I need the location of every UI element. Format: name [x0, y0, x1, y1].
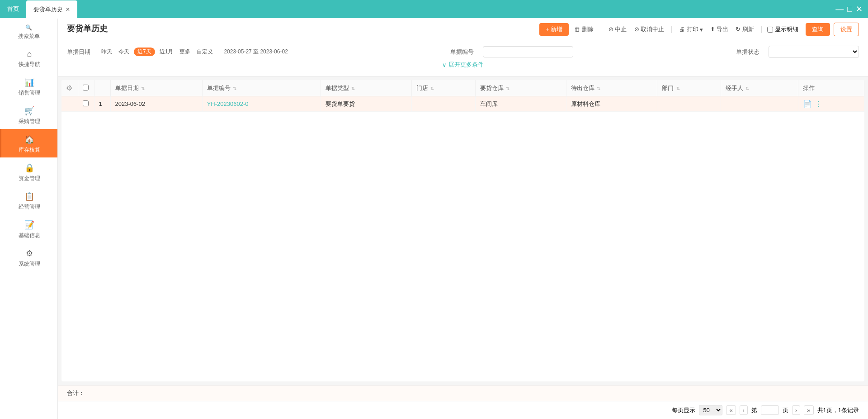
sidebar-item-operations[interactable]: 📋 经营管理 [0, 186, 57, 214]
query-button[interactable]: 查询 [806, 23, 830, 36]
top-bar: 首页 要货单历史 ✕ — □ ✕ [0, 0, 868, 18]
total-records: 共1页，1条记录 [817, 406, 859, 414]
sidebar: 🔍 搜索菜单 ⌂ 快捷导航 📊 销售管理 🛒 采购管理 🏠 库存核算 🔒 [0, 18, 58, 419]
tab-home[interactable]: 首页 [0, 0, 26, 18]
cart-icon: 🛒 [24, 106, 34, 116]
minimize-button[interactable]: — [835, 5, 844, 14]
sidebar-item-system[interactable]: ⚙ 系统管理 [0, 243, 57, 271]
date-btn-1month[interactable]: 近1月 [158, 48, 175, 56]
chevron-down-icon: ∨ [442, 62, 447, 68]
per-page-select[interactable]: 50 100 [699, 405, 722, 415]
sidebar-item-quick-nav[interactable]: ⌂ 快捷导航 [0, 44, 57, 72]
sort-icon-pending-warehouse[interactable]: ⇅ [597, 86, 600, 91]
last-page-button[interactable]: » [804, 405, 813, 415]
select-all-checkbox[interactable] [83, 85, 89, 90]
sidebar-search[interactable]: 🔍 搜索菜单 [0, 18, 57, 44]
tab-requisition[interactable]: 要货单历史 ✕ [26, 0, 77, 19]
page-input[interactable]: 1 [761, 405, 779, 415]
lock-icon: 🔒 [24, 163, 34, 173]
date-btn-custom[interactable]: 自定义 [195, 48, 215, 56]
sort-icon-handler[interactable]: ⇅ [745, 86, 749, 91]
date-btn-more[interactable]: 更多 [178, 48, 192, 56]
next-page-button[interactable]: › [792, 405, 800, 415]
date-btn-7days[interactable]: 近7天 [134, 48, 155, 56]
status-select[interactable] [769, 46, 859, 58]
edit-icon[interactable]: 📄 [803, 100, 812, 108]
footer-summary: 合计： [58, 385, 868, 401]
show-detail-checkbox[interactable] [767, 27, 773, 33]
cell-bill-no: YH-20230602-0 [202, 96, 321, 112]
close-button[interactable]: ✕ [856, 4, 863, 14]
separator-2 [671, 26, 672, 33]
date-btn-yesterday[interactable]: 昨天 [99, 48, 114, 56]
expand-row: ∨ 展开更多条件 [67, 61, 859, 69]
row-actions: 📄 ⋮ [803, 100, 859, 108]
sort-icon-store[interactable]: ⇅ [430, 86, 434, 91]
stop-button[interactable]: ⊘ 中止 [607, 24, 629, 34]
page-title: 要货单历史 [67, 23, 108, 34]
cell-req-warehouse: 车间库 [475, 96, 566, 112]
print-button[interactable]: 🖨 打印 ▾ [677, 24, 705, 34]
export-button[interactable]: ⬆ 导出 [708, 24, 731, 34]
col-date: 单据日期 ⇅ [110, 80, 202, 96]
row-checkbox[interactable] [83, 100, 89, 106]
date-btn-today[interactable]: 今天 [117, 48, 131, 56]
table-row: 1 2023-06-02 YH-20230602-0 要货单要货 [61, 96, 864, 112]
system-icon: ⚙ [26, 248, 33, 258]
prev-page-button[interactable]: ‹ [740, 405, 748, 415]
col-pending-warehouse: 待出仓库 ⇅ [566, 80, 657, 96]
date-range-display: 2023-05-27 至 2023-06-02 [224, 48, 288, 56]
sort-icon-dept[interactable]: ⇅ [676, 86, 680, 91]
cell-handler [721, 96, 798, 112]
print-dropdown-icon[interactable]: ▾ [700, 26, 703, 33]
settings-button[interactable]: 设置 [834, 23, 859, 36]
cell-settings [61, 96, 78, 112]
tab-close-icon[interactable]: ✕ [66, 6, 70, 13]
cell-pending-warehouse: 原材料仓库 [566, 96, 657, 112]
show-detail-label[interactable]: 显示明细 [767, 25, 798, 33]
sort-icon-bill-no[interactable]: ⇅ [233, 86, 236, 91]
new-button[interactable]: + 新增 [539, 23, 569, 36]
cell-check [78, 96, 94, 112]
sidebar-item-finance[interactable]: 🔒 资金管理 [0, 157, 57, 186]
first-page-button[interactable]: « [726, 405, 736, 415]
page-header: 要货单历史 + 新增 🗑 删除 ⊘ 中止 ⊘ 取消中止 🖨 打印 ▾ ⬆ 导出 [58, 18, 868, 40]
col-actions: 操作 [798, 80, 864, 96]
filter-area: 单据日期 昨天 今天 近7天 近1月 更多 自定义 2023-05-27 至 2… [58, 40, 868, 76]
col-check [78, 80, 94, 96]
delete-button[interactable]: 🗑 删除 [572, 24, 595, 34]
col-dept: 部门 ⇅ [657, 80, 721, 96]
sidebar-item-basic[interactable]: 📝 基础信息 [0, 214, 57, 243]
table-body: 1 2023-06-02 YH-20230602-0 要货单要货 [61, 96, 864, 112]
more-actions-icon[interactable]: ⋮ [815, 100, 822, 108]
date-filter-label: 单据日期 [67, 48, 90, 56]
col-num [94, 80, 110, 96]
basic-icon: 📝 [24, 220, 34, 230]
operations-icon: 📋 [24, 191, 34, 201]
content-area: 要货单历史 + 新增 🗑 删除 ⊘ 中止 ⊘ 取消中止 🖨 打印 ▾ ⬆ 导出 [58, 18, 868, 419]
sort-icon-req-warehouse[interactable]: ⇅ [506, 86, 509, 91]
chart-icon: 📊 [24, 77, 34, 87]
sidebar-item-sales[interactable]: 📊 销售管理 [0, 72, 57, 100]
bill-no-link[interactable]: YH-20230602-0 [207, 100, 249, 107]
cancel-stop-button[interactable]: ⊘ 取消中止 [632, 24, 666, 34]
refresh-button[interactable]: ↻ 刷新 [734, 24, 756, 34]
expand-button[interactable]: ∨ 展开更多条件 [67, 61, 859, 69]
sidebar-item-inventory[interactable]: 🏠 库存核算 [0, 129, 57, 157]
sort-icon-date[interactable]: ⇅ [141, 86, 145, 91]
col-bill-no: 单据编号 ⇅ [202, 80, 321, 96]
cell-date: 2023-06-02 [110, 96, 202, 112]
bill-no-input[interactable] [483, 46, 573, 57]
date-filter-buttons: 昨天 今天 近7天 近1月 更多 自定义 [99, 48, 215, 56]
maximize-button[interactable]: □ [847, 5, 852, 14]
toolbar: + 新增 🗑 删除 ⊘ 中止 ⊘ 取消中止 🖨 打印 ▾ ⬆ 导出 ↻ 刷新 [539, 23, 859, 36]
sidebar-item-purchase[interactable]: 🛒 采购管理 [0, 100, 57, 129]
sort-icon-bill-type[interactable]: ⇅ [351, 86, 355, 91]
search-icon: 🔍 [25, 24, 32, 31]
col-store: 门店 ⇅ [411, 80, 475, 96]
column-settings-icon[interactable]: ⚙ [66, 84, 72, 92]
col-bill-type: 单据类型 ⇅ [321, 80, 411, 96]
bill-no-label: 单据编号 [450, 48, 474, 56]
cell-bill-type: 要货单要货 [321, 96, 411, 112]
cell-dept [657, 96, 721, 112]
